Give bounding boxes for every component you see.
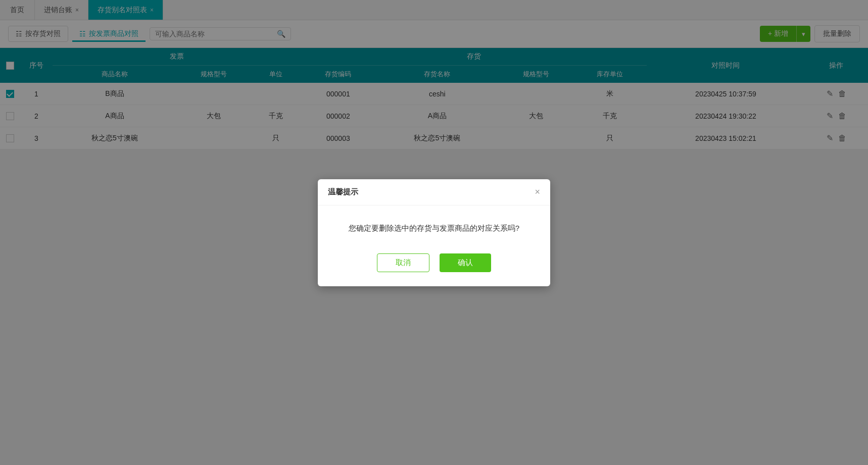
overlay[interactable]: 温馨提示 × 您确定要删除选中的存货与发票商品的对应关系吗? 取消 确认 <box>0 0 868 149</box>
